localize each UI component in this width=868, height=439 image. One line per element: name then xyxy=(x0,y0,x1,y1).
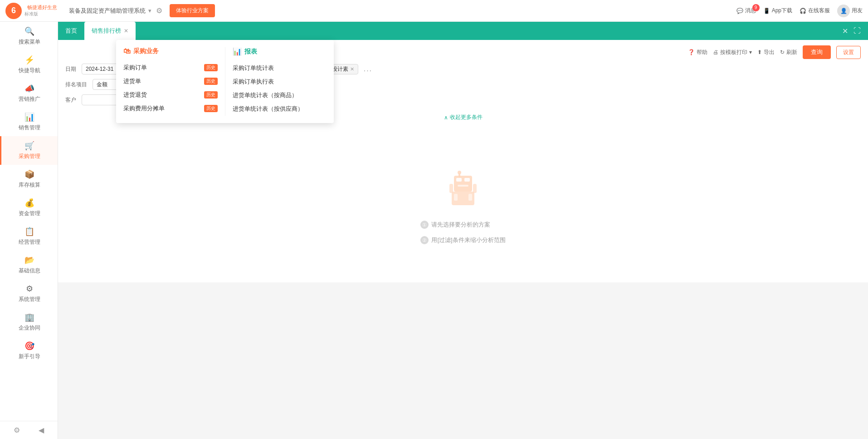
sidebar-operations-label: 经营管理 xyxy=(19,238,40,246)
empty-text: ① 请先选择要分析的方案 ② 用[过滤]条件来缩小分析范围 xyxy=(420,219,505,246)
sidebar-collapse-icon[interactable]: ◀ xyxy=(39,426,44,434)
sidebar-item-purchase[interactable]: 🛒 采购管理 xyxy=(0,136,58,165)
sidebar-system-icon: ⚙ xyxy=(26,284,33,294)
title-dropdown-icon[interactable]: ▾ xyxy=(148,7,151,14)
main-area: 🔍 搜索菜单 ⚡ 快捷导航 📣 营销推广 📊 销售管理 🛒 采购管理 📦 库存核… xyxy=(0,22,868,439)
purchase-report-section: 📊 报表 采购订单统计表采购订单执行表进货单统计表（按商品）进货单统计表（按供应… xyxy=(233,47,327,116)
tab-close-all-button[interactable]: ✕ xyxy=(840,25,850,37)
sidebar-search-icon: 🔍 xyxy=(24,26,34,36)
sidebar-purchase-icon: 🛒 xyxy=(24,141,34,151)
purchase-report-title: 📊 报表 xyxy=(233,47,327,56)
svg-rect-8 xyxy=(473,184,477,193)
svg-rect-1 xyxy=(456,178,462,182)
sidebar-item-enterprise[interactable]: 🏢 企业协同 xyxy=(0,308,58,336)
purchase-business-section: 🛍 采购业务 采购订单 历史 进货单 历史 进货退货 历史 采购费用分摊单 历史 xyxy=(123,47,218,116)
sidebar-item-system[interactable]: ⚙ 系统管理 xyxy=(0,279,58,308)
purchase-menu-item[interactable]: 采购费用分摊单 历史 xyxy=(123,102,218,115)
svg-rect-3 xyxy=(458,185,468,187)
online-service-button[interactable]: 🎧 在线客服 xyxy=(800,7,830,15)
tab-sales-ranking[interactable]: 销售排行榜 ✕ xyxy=(84,22,136,40)
user-menu-button[interactable]: 👤 用友 xyxy=(837,5,863,17)
goods-filter-dots: ... xyxy=(364,65,372,73)
template-print-button[interactable]: 🖨 按模板打印 ▾ xyxy=(713,49,752,56)
sidebar-marketing-icon: 📣 xyxy=(24,84,34,94)
customer-filter-label: 客户 xyxy=(65,96,76,104)
report-menu-item[interactable]: 采购订单统计表 xyxy=(233,61,327,75)
sidebar-purchase-label: 采购管理 xyxy=(19,153,40,160)
phone-icon: 📱 xyxy=(763,8,770,14)
app-container: 6 畅捷通好生意 标准版 装备及固定资产辅助管理系统 ▾ ⚙ 体验行业方案 💬 … xyxy=(0,0,868,439)
report-menu-item[interactable]: 采购订单执行表 xyxy=(233,75,327,89)
sidebar-item-newguide[interactable]: 🎯 新手引导 xyxy=(0,336,58,365)
tab-close-icon[interactable]: ✕ xyxy=(124,28,128,34)
export-button[interactable]: ⬆ 导出 xyxy=(757,49,775,56)
sidebar-enterprise-icon: 🏢 xyxy=(24,312,34,322)
app-download-button[interactable]: 📱 App下载 xyxy=(763,7,792,15)
empty-state: ① 请先选择要分析的方案 ② 用[过滤]条件来缩小分析范围 xyxy=(58,130,868,282)
collapse-icon: ∧ xyxy=(444,114,448,121)
refresh-button[interactable]: ↻ 刷新 xyxy=(780,49,797,56)
sidebar-item-quicknav[interactable]: ⚡ 快捷导航 xyxy=(0,50,58,79)
sidebar-item-marketing[interactable]: 📣 营销推广 xyxy=(0,79,58,108)
collapse-button[interactable]: ∧ 收起更多条件 xyxy=(444,113,483,121)
sidebar-item-inventory[interactable]: 📦 库存核算 xyxy=(0,165,58,193)
top-bar: 6 畅捷通好生意 标准版 装备及固定资产辅助管理系统 ▾ ⚙ 体验行业方案 💬 … xyxy=(0,0,868,22)
tab-bar: 首页 销售排行榜 ✕ ✕ ⛶ xyxy=(58,22,868,40)
empty-illustration xyxy=(440,167,486,213)
svg-rect-0 xyxy=(454,176,472,192)
sidebar-search-label: 搜索菜单 xyxy=(19,38,40,46)
sidebar-item-operations[interactable]: 📋 经营管理 xyxy=(0,222,58,251)
report-menu-item[interactable]: 进货单统计表（按供应商） xyxy=(233,102,327,116)
sidebar-finance-label: 资金管理 xyxy=(19,210,40,217)
purchase-menu-items: 采购订单 历史 进货单 历史 进货退货 历史 采购费用分摊单 历史 xyxy=(123,61,218,115)
svg-point-10 xyxy=(458,171,461,174)
industry-button[interactable]: 体验行业方案 xyxy=(170,4,215,17)
settings-gear-icon[interactable]: ⚙ xyxy=(156,6,162,15)
logo-line2: 标准版 xyxy=(24,11,57,17)
purchase-menu-item[interactable]: 进货退货 历史 xyxy=(123,88,218,102)
purchase-menu-item[interactable]: 进货单 历史 xyxy=(123,74,218,88)
sidebar-basicinfo-icon: 📂 xyxy=(24,255,34,265)
message-badge: 9 xyxy=(752,4,760,11)
sidebar-operations-icon: 📋 xyxy=(24,227,34,237)
logo-area: 6 畅捷通好生意 标准版 xyxy=(5,3,63,19)
tab-home[interactable]: 首页 xyxy=(58,22,84,40)
sidebar: 🔍 搜索菜单 ⚡ 快捷导航 📣 营销推广 📊 销售管理 🛒 采购管理 📦 库存核… xyxy=(0,22,58,439)
tab-bar-actions: ✕ ⛶ xyxy=(840,25,868,37)
message-button[interactable]: 💬 消息 9 xyxy=(736,7,756,15)
report-menu-item[interactable]: 进货单统计表（按商品） xyxy=(233,89,327,102)
sidebar-item-basicinfo[interactable]: 📂 基础信息 xyxy=(0,251,58,279)
date-filter-label: 日期 xyxy=(65,65,76,73)
sidebar-quicknav-icon: ⚡ xyxy=(24,55,34,65)
sidebar-quicknav-label: 快捷导航 xyxy=(19,67,40,74)
tab-expand-button[interactable]: ⛶ xyxy=(852,25,863,37)
logo-line1: 畅捷通好生意 xyxy=(27,4,57,10)
search-button[interactable]: 查询 xyxy=(803,45,831,59)
purchase-menu-item[interactable]: 采购订单 历史 xyxy=(123,61,218,74)
sidebar-newguide-label: 新手引导 xyxy=(19,353,40,360)
sidebar-basicinfo-label: 基础信息 xyxy=(19,267,40,275)
report-icon: 📊 xyxy=(233,47,242,56)
sidebar-sales-icon: 📊 xyxy=(24,112,34,122)
sidebar-newguide-icon: 🎯 xyxy=(24,341,34,351)
export-icon: ⬆ xyxy=(757,49,762,55)
purchase-dropdown-menu: 🛍 采购业务 采购订单 历史 进货单 历史 进货退货 历史 采购费用分摊单 历史… xyxy=(116,40,334,123)
headset-icon: 🎧 xyxy=(800,8,806,14)
sidebar-item-search[interactable]: 🔍 搜索菜单 xyxy=(0,22,58,50)
goods-tag-close-icon[interactable]: ✕ xyxy=(350,66,354,72)
sidebar-system-label: 系统管理 xyxy=(19,296,40,303)
empty-robot-icon xyxy=(440,167,486,212)
sidebar-finance-icon: 💰 xyxy=(24,198,34,208)
sidebar-item-sales[interactable]: 📊 销售管理 xyxy=(0,108,58,136)
message-icon: 💬 xyxy=(736,8,743,14)
rank-filter-label: 排名项目 xyxy=(65,81,87,89)
svg-rect-5 xyxy=(454,194,458,201)
sidebar-bottom: ⚙ ◀ xyxy=(0,421,58,439)
help-button[interactable]: ❓ 帮助 xyxy=(688,49,707,56)
logo-text-area: 畅捷通好生意 标准版 xyxy=(24,4,57,17)
filter-settings-button[interactable]: 设置 xyxy=(836,46,861,59)
sidebar-item-finance[interactable]: 💰 资金管理 xyxy=(0,193,58,222)
print-icon: 🖨 xyxy=(713,49,718,55)
top-bar-right: 💬 消息 9 📱 App下载 🎧 在线客服 👤 用友 xyxy=(736,5,863,17)
sidebar-settings-icon[interactable]: ⚙ xyxy=(14,426,20,434)
